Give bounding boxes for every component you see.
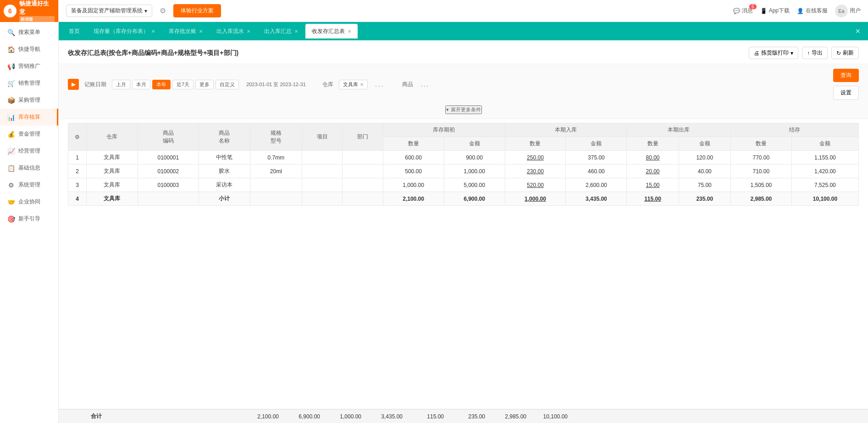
tab-close-batch[interactable]: ✕: [199, 29, 203, 34]
app-download-action[interactable]: 📱 App下载: [760, 7, 790, 15]
online-service-label: 在线客服: [806, 7, 828, 15]
row-no: 2: [68, 165, 87, 178]
row-in-qty[interactable]: 520.00: [505, 178, 566, 192]
quick-nav-icon: 🏠: [7, 46, 15, 53]
row-warehouse: 文具库: [87, 192, 138, 206]
row-no: 1: [68, 151, 87, 165]
row-close-qty: 2,985.00: [730, 192, 791, 206]
expand-conditions-button[interactable]: ▾ 展开更多条件: [445, 105, 482, 114]
date-btn-上月[interactable]: 上月: [112, 80, 130, 89]
sidebar-item-inventory[interactable]: 📊库存核算: [0, 109, 58, 126]
online-service-action[interactable]: 👤 在线客服: [797, 7, 828, 15]
refresh-button[interactable]: ↻ 刷新: [831, 47, 859, 59]
inventory-icon: 📊: [7, 114, 15, 121]
row-name: 小计: [199, 192, 250, 206]
row-in-amt: 3,435.00: [566, 192, 627, 206]
row-in-qty[interactable]: 230.00: [505, 165, 566, 178]
marketing-icon: 📢: [7, 63, 15, 70]
close-all-tabs-icon[interactable]: ✕: [851, 27, 864, 35]
settings-button[interactable]: 设置: [833, 86, 859, 100]
message-action[interactable]: 💬 消息 6: [733, 7, 753, 15]
mobile-icon: 📱: [760, 8, 767, 14]
warehouse-more-icon[interactable]: ...: [373, 81, 386, 88]
tab-close-inout-summary[interactable]: ✕: [294, 29, 298, 34]
tab-inout-flow[interactable]: 出入库流水✕: [210, 24, 257, 38]
row-in-qty[interactable]: 1,000.00: [505, 192, 566, 206]
user-action[interactable]: Ea 用户: [835, 5, 861, 17]
sidebar-item-collab[interactable]: 🤝企业协同: [0, 193, 58, 210]
tab-label-inout-summary: 出入库汇总: [264, 27, 292, 35]
sidebar-item-label: 经营管理: [18, 147, 40, 155]
row-out-amt: 235.00: [679, 192, 730, 206]
row-dept: [343, 151, 383, 165]
query-button[interactable]: 查询: [833, 69, 859, 82]
dropdown-icon: ▾: [144, 8, 147, 14]
refresh-icon: ↻: [836, 50, 841, 56]
th-in-qty: 数量: [505, 137, 566, 151]
row-open-qty: 1,000.00: [383, 178, 444, 192]
tab-inout-summary[interactable]: 出入库汇总✕: [258, 24, 304, 38]
row-close-amt: 1,155.00: [791, 151, 858, 165]
sidebar-item-quick-nav[interactable]: 🏠快捷导航: [0, 41, 58, 58]
tab-label-stock-dist: 现存量（库存分布表）: [94, 27, 149, 35]
th-closing: 结存: [730, 123, 858, 137]
tab-close-stock-dist[interactable]: ✕: [151, 29, 155, 34]
warehouse-tag-close-icon[interactable]: ✕: [360, 82, 364, 87]
date-btn-更多[interactable]: 更多: [195, 80, 214, 89]
sidebar-item-operations[interactable]: 📈经营管理: [0, 143, 58, 159]
sidebar-logo: 6 畅捷通好生意 标准版: [0, 0, 58, 22]
print-button[interactable]: 🖨 拣货版打印 ▾: [749, 47, 798, 59]
sidebar-item-marketing[interactable]: 📢营销推广: [0, 58, 58, 75]
tab-recv-send-summary[interactable]: 收发存汇总表✕: [305, 24, 358, 38]
date-btn-近7天[interactable]: 近7天: [172, 80, 194, 89]
row-in-amt: 375.00: [566, 151, 627, 165]
row-no: 4: [68, 192, 87, 206]
sidebar-item-label: 基础信息: [18, 164, 40, 172]
date-btn-本月[interactable]: 本月: [132, 80, 150, 89]
system-select[interactable]: 装备及固定资产辅助管理系统 ▾: [66, 5, 152, 17]
sidebar-item-system[interactable]: ⚙系统管理: [0, 176, 58, 193]
sidebar-item-guide[interactable]: 🎯新手引导: [0, 210, 58, 227]
row-close-qty: 710.00: [730, 165, 791, 178]
row-in-amt: 2,600.00: [566, 178, 627, 192]
sidebar-item-finance[interactable]: 💰资金管理: [0, 126, 58, 143]
row-code: 0100003: [138, 178, 199, 192]
tab-close-recv-send-summary[interactable]: ✕: [348, 29, 351, 34]
filter-toggle-btn[interactable]: ▶: [68, 79, 79, 90]
sidebar-item-label: 库存核算: [18, 113, 40, 121]
tab-batch[interactable]: 库存批次账✕: [162, 24, 209, 38]
tab-bar: 首页现存量（库存分布表）✕库存批次账✕出入库流水✕出入库汇总✕收发存汇总表✕✕: [59, 22, 868, 40]
tab-close-inout-flow[interactable]: ✕: [247, 29, 250, 34]
gear-icon[interactable]: ⚙: [160, 6, 166, 15]
th-out-amt: 金额: [679, 137, 730, 151]
avatar: Ea: [835, 5, 848, 17]
sidebar-item-label: 营销推广: [18, 62, 40, 70]
guide-icon: 🎯: [7, 215, 15, 223]
row-dept: [343, 165, 383, 178]
sidebar-item-purchase[interactable]: 📦采购管理: [0, 92, 58, 109]
logo-text-block: 畅捷通好生意 标准版: [19, 0, 55, 23]
th-settings[interactable]: ⚙: [68, 123, 87, 151]
date-filter-label: 记账日期: [84, 81, 106, 88]
tab-label-recv-send-summary: 收发存汇总表: [312, 27, 345, 35]
row-spec: 20ml: [250, 165, 302, 178]
date-btn-自定义[interactable]: 自定义: [216, 80, 239, 89]
tab-home[interactable]: 首页: [62, 24, 86, 38]
export-button[interactable]: ↑ 导出: [802, 47, 828, 59]
sidebar-item-base-info[interactable]: 📋基础信息: [0, 159, 58, 176]
row-in-qty[interactable]: 250.00: [505, 151, 566, 165]
row-out-qty[interactable]: 115.00: [627, 192, 679, 206]
sidebar-item-search[interactable]: 🔍搜索菜单: [0, 24, 58, 41]
tab-stock-dist[interactable]: 现存量（库存分布表）✕: [87, 24, 161, 38]
row-out-qty[interactable]: 20.00: [627, 165, 679, 178]
operations-icon: 📈: [7, 148, 15, 155]
row-spec: [250, 192, 302, 206]
sidebar-item-sales[interactable]: 🛒销售管理: [0, 75, 58, 92]
goods-more-icon[interactable]: ...: [419, 81, 431, 88]
date-btn-本年[interactable]: 本年: [152, 80, 171, 89]
row-close-qty: 770.00: [730, 151, 791, 165]
row-out-qty[interactable]: 80.00: [627, 151, 679, 165]
row-out-qty[interactable]: 15.00: [627, 178, 679, 192]
user-label: 用户: [850, 7, 861, 15]
try-button[interactable]: 体验行业方案: [173, 4, 221, 17]
